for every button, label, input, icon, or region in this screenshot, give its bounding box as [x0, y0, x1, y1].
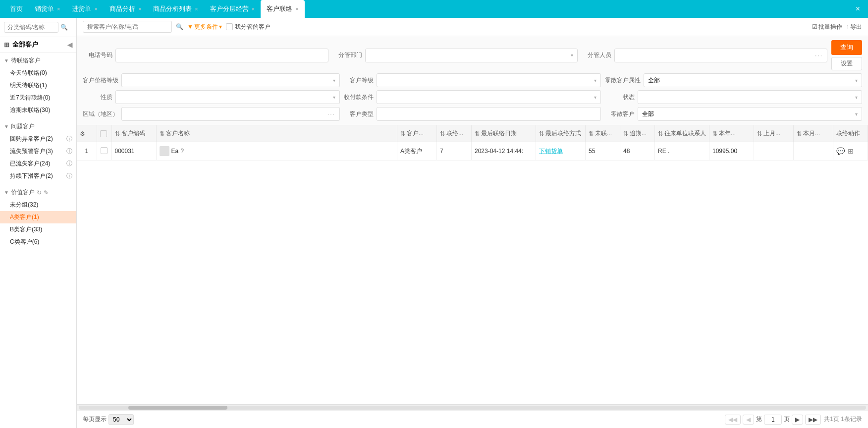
chevron-down-icon: ▾ — [333, 78, 335, 83]
message-icon[interactable]: 💬 — [836, 147, 845, 155]
close-customer-contact[interactable]: × — [295, 6, 298, 12]
horizontal-scrollbar[interactable] — [77, 404, 868, 410]
prev-page-btn[interactable]: ◀ — [743, 415, 754, 425]
nav-sales-order[interactable]: 销货单 × — [29, 0, 66, 18]
query-button[interactable]: 查询 — [831, 40, 862, 55]
nav-customer-tier[interactable]: 客户分层经营 × — [204, 0, 261, 18]
close-product-analysis[interactable]: × — [138, 6, 141, 12]
nav-purchase-order[interactable]: 进货单 × — [66, 0, 103, 18]
row-checkbox[interactable] — [97, 142, 111, 160]
settings-button[interactable]: 设置 — [831, 57, 862, 70]
nav-home[interactable]: 首页 — [4, 0, 29, 18]
sort-icon: ⇅ — [475, 130, 480, 137]
customer-avatar — [160, 146, 169, 156]
filter-row-2: 客户价格等级 ▾ 客户等级 ▾ 零散客户属性 全部▾ — [83, 73, 862, 87]
edit-icon[interactable]: ✎ — [44, 189, 49, 196]
col-header-name[interactable]: ⇅ 客户名称 — [156, 125, 397, 142]
collapse-sidebar-btn[interactable]: ◀ — [67, 41, 72, 49]
sidebar-item-today[interactable]: 今天待联络(0) — [0, 67, 76, 79]
scroll-thumb[interactable] — [128, 406, 227, 410]
per-page-select[interactable]: 50 20 100 — [108, 414, 134, 425]
sidebar-item-declining[interactable]: 持续下滑客户(2) ⓘ — [0, 170, 76, 182]
close-customer-tier[interactable]: × — [252, 6, 255, 12]
more-filter-btn[interactable]: ▼ 更多条件 ▾ — [187, 23, 222, 31]
row-last-method[interactable]: 下销货单 — [536, 142, 586, 160]
col-header-last-month[interactable]: ⇅ 上月... — [754, 125, 794, 142]
nature-label: 性质 — [83, 93, 112, 102]
batch-op-btn[interactable]: ☑ 批量操作 — [812, 23, 842, 31]
sidebar-item-tomorrow[interactable]: 明天待联络(1) — [0, 79, 76, 92]
close-window-btn[interactable]: × — [852, 4, 864, 13]
filter-row-3: 性质 ▾ 收付款条件 ▾ 状态 ▾ — [83, 90, 862, 104]
dept-select[interactable]: ▾ — [365, 49, 578, 62]
region-input[interactable]: ··· — [121, 107, 340, 121]
sidebar-item-c-class[interactable]: C类客户(6) — [0, 236, 76, 248]
sidebar-item-a-class[interactable]: A类客户(1) — [0, 211, 76, 223]
col-header-overdue[interactable]: ⇅ 逾期... — [620, 125, 655, 142]
select-all-checkbox[interactable] — [100, 130, 107, 137]
sidebar-item-overdue[interactable]: 逾期未联络(30) — [0, 104, 76, 116]
row-select-checkbox[interactable] — [101, 147, 108, 154]
group-title-pending[interactable]: ▼ 待联络客户 — [0, 54, 76, 67]
payment-select[interactable]: ▾ — [377, 90, 601, 104]
customer-level-select[interactable]: ▾ — [377, 73, 601, 87]
field-phone: 电话号码 — [83, 49, 328, 62]
nature-select[interactable]: ▾ — [115, 90, 340, 104]
last-method-link[interactable]: 下销货单 — [539, 148, 563, 155]
page-input[interactable] — [764, 415, 782, 425]
search-icon[interactable]: 🔍 — [60, 24, 68, 31]
status-select[interactable]: ▾ — [638, 90, 862, 104]
close-product-list[interactable]: × — [195, 6, 198, 12]
category-search-input[interactable] — [4, 22, 58, 33]
qr-icon[interactable]: ⊞ — [848, 147, 854, 155]
col-header-this-month[interactable]: ⇅ 本月... — [794, 125, 833, 142]
close-sales-order[interactable]: × — [57, 6, 60, 12]
col-header-code[interactable]: ⇅ 客户编码 — [111, 125, 156, 142]
field-nature: 性质 ▾ — [83, 90, 340, 104]
col-header-this-year[interactable]: ⇅ 本年... — [709, 125, 754, 142]
nav-customer-contact[interactable]: 客户联络 × — [261, 0, 304, 18]
nav-product-analysis-list[interactable]: 商品分析列表 × — [147, 0, 204, 18]
filter-search-icon[interactable]: 🔍 — [176, 23, 183, 30]
manager-input[interactable]: ··· — [614, 49, 827, 62]
customer-type-input[interactable] — [377, 107, 601, 121]
col-header-contacts[interactable]: ⇅ 往来单位联系人 — [655, 125, 709, 142]
settings-gear-icon[interactable]: ⚙ — [80, 130, 85, 137]
scattered-attr-select[interactable]: 全部▾ — [644, 73, 862, 87]
sidebar-item-unclassified[interactable]: 未分组(32) — [0, 199, 76, 211]
my-customer-checkbox-area[interactable]: 我分管的客户 — [226, 23, 271, 31]
sidebar-header: ⊞ 全部客户 ◀ — [0, 37, 76, 53]
region-label: 区域（地区） — [83, 110, 118, 118]
refresh-icon[interactable]: ↻ — [37, 189, 42, 196]
sidebar-item-b-class[interactable]: B类客户(33) — [0, 223, 76, 236]
col-header-last-date[interactable]: ⇅ 最后联络日期 — [472, 125, 536, 142]
first-page-btn[interactable]: ◀◀ — [725, 415, 741, 425]
scattered-customer-select[interactable]: 全部▾ — [638, 107, 862, 121]
my-customer-checkbox[interactable] — [226, 23, 233, 30]
col-header-no-contact[interactable]: ⇅ 未联... — [586, 125, 620, 142]
col-header-type[interactable]: ⇅ 客户... — [397, 125, 437, 142]
sidebar-item-7days[interactable]: 近7天待联络(0) — [0, 92, 76, 104]
sidebar-item-churn-warning[interactable]: 流失预警客户(3) ⓘ — [0, 145, 76, 158]
last-page-btn[interactable]: ▶▶ — [805, 415, 821, 425]
group-title-problem[interactable]: ▼ 问题客户 — [0, 120, 76, 133]
col-header-contact[interactable]: ⇅ 联络... — [437, 125, 472, 142]
phone-input[interactable] — [115, 49, 328, 62]
col-checkbox[interactable] — [97, 125, 111, 142]
field-scattered-attr: 零散客户属性 全部▾ — [605, 73, 862, 87]
col-settings[interactable]: ⚙ — [77, 125, 97, 142]
price-level-select[interactable]: ▾ — [121, 73, 340, 87]
close-purchase-order[interactable]: × — [94, 6, 97, 12]
row-name[interactable]: Ea ? — [156, 142, 397, 160]
sidebar-item-churned[interactable]: 已流失客户(24) ⓘ — [0, 158, 76, 170]
customer-search-input[interactable] — [83, 21, 172, 33]
sidebar-item-repurchase-abnormal[interactable]: 回购异常客户(2) ⓘ — [0, 133, 76, 145]
group-title-value[interactable]: ▼ 价值客户 ↻ ✎ — [0, 186, 76, 199]
nav-product-analysis[interactable]: 商品分析 × — [104, 0, 147, 18]
col-header-last-way[interactable]: ⇅ 最后联络方式 — [536, 125, 586, 142]
chevron-down-icon: ▾ — [855, 95, 858, 100]
scroll-track[interactable] — [79, 406, 866, 410]
export-btn[interactable]: ↑ 导出 — [846, 23, 862, 31]
next-page-btn[interactable]: ▶ — [792, 415, 803, 425]
top-navigation: 首页 销货单 × 进货单 × 商品分析 × 商品分析列表 × 客户分层经营 × … — [0, 0, 868, 18]
